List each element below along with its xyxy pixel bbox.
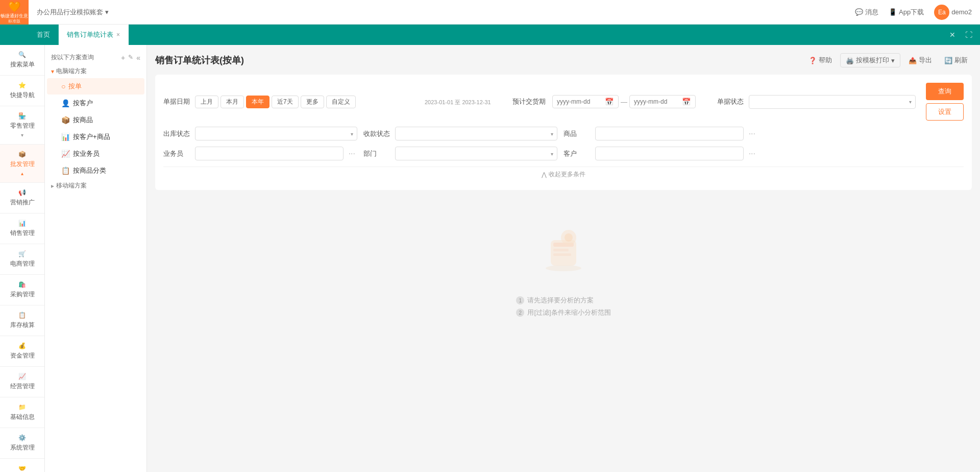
logo-text: 畅捷通好生意 bbox=[1, 13, 28, 19]
sidebar-item-system[interactable]: ⚙️ 系统管理 bbox=[0, 428, 44, 459]
tab-home[interactable]: 首页 bbox=[29, 25, 59, 45]
user-menu[interactable]: Ea demo2 bbox=[934, 5, 972, 20]
query-btn[interactable]: 查询 bbox=[926, 83, 964, 100]
panel-collapse-btn[interactable]: « bbox=[136, 54, 140, 62]
arrow-right-icon: ▸ bbox=[51, 182, 54, 190]
sales-icon: 📊 bbox=[18, 220, 26, 227]
app-download-btn[interactable]: 📱 App下载 bbox=[889, 8, 924, 17]
delivery-start-input[interactable] bbox=[557, 98, 603, 105]
customer-group: 客户 ··· bbox=[564, 147, 757, 160]
panel-item-by-order-label: 按单 bbox=[68, 82, 82, 91]
svg-point-6 bbox=[565, 233, 573, 242]
salesperson-more-btn[interactable]: ··· bbox=[347, 149, 357, 158]
custom-btn[interactable]: 自定义 bbox=[326, 96, 356, 108]
settings-btn[interactable]: 设置 bbox=[926, 103, 964, 121]
department-label: 部门 bbox=[363, 149, 392, 158]
doc-status-select[interactable]: 待审核 已审核 已关闭 bbox=[749, 95, 916, 109]
panel-item-by-product[interactable]: 📦 按商品 bbox=[47, 112, 144, 128]
goods-input[interactable] bbox=[595, 127, 744, 140]
tab-close-icon[interactable]: × bbox=[116, 31, 120, 38]
empty-tip-1: 1 请先选择要分析的方案 bbox=[516, 296, 610, 305]
arrow-down-icon: ▾ bbox=[51, 68, 54, 75]
sidebar-item-search[interactable]: 🔍 搜索菜单 bbox=[0, 45, 44, 76]
page-title: 销售订单统计表(按单) bbox=[155, 54, 244, 66]
panel-section-pc[interactable]: ▾ 电脑端方案 bbox=[45, 65, 146, 78]
close-window-btn[interactable]: ✕ bbox=[945, 28, 960, 42]
customer-more-btn[interactable]: ··· bbox=[747, 149, 757, 158]
goods-more-btn[interactable]: ··· bbox=[747, 129, 757, 138]
sidebar-operations-label: 经营管理 bbox=[10, 382, 35, 391]
sidebar-retail-label: 零售管理 bbox=[10, 122, 35, 130]
customer-icon: 👤 bbox=[61, 99, 70, 107]
doc-status-label: 单据状态 bbox=[717, 97, 746, 106]
receipt-status-label: 收款状态 bbox=[363, 129, 392, 138]
sidebar-item-basic[interactable]: 📁 基础信息 bbox=[0, 397, 44, 428]
export-btn[interactable]: 📤 导出 bbox=[904, 54, 936, 67]
sidebar-item-ecommerce[interactable]: 🛒 电商管理 bbox=[0, 244, 44, 275]
category-icon: 📋 bbox=[61, 167, 70, 175]
sidebar-item-sales[interactable]: 📊 销售管理 bbox=[0, 214, 44, 244]
tab-sales-stats[interactable]: 销售订单统计表 × bbox=[59, 25, 129, 45]
salesperson-input[interactable] bbox=[195, 147, 344, 160]
topbar-right: 💬 消息 📱 App下载 Ea demo2 bbox=[855, 5, 972, 20]
message-btn[interactable]: 💬 消息 bbox=[855, 8, 878, 17]
this-year-btn[interactable]: 本年 bbox=[246, 96, 270, 108]
sidebar-item-retail[interactable]: 🏪 零售管理 ▾ bbox=[0, 106, 44, 145]
print-label: 按模板打印 bbox=[856, 56, 889, 65]
sidebar-item-enterprise[interactable]: 🤝 企业协同 bbox=[0, 459, 44, 472]
help-btn[interactable]: ❓ 帮助 bbox=[804, 54, 836, 67]
department-select[interactable] bbox=[395, 147, 557, 160]
left-panel: 按以下方案查询 + ✎ « ▾ 电脑端方案 ○ 按单 👤 按客户 bbox=[45, 45, 147, 472]
department-group: 部门 ▾ bbox=[363, 147, 557, 160]
panel-edit-btn[interactable]: ✎ bbox=[128, 54, 133, 62]
sidebar-item-inventory[interactable]: 📋 库存核算 bbox=[0, 305, 44, 336]
panel-item-by-salesperson[interactable]: 📈 按业务员 bbox=[47, 146, 144, 162]
finance-icon: 💰 bbox=[18, 342, 26, 349]
page-title-row: 销售订单统计表(按单) ❓ 帮助 🖨️ 按模板打印 ▾ 📤 导出 bbox=[155, 53, 972, 67]
out-status-select[interactable]: 未出库 部分出库 已出库 bbox=[195, 127, 357, 140]
maximize-window-btn[interactable]: ⛶ bbox=[962, 28, 976, 42]
export-icon: 📤 bbox=[909, 57, 917, 64]
collapse-btn[interactable]: ⋀ 收起更多条件 bbox=[542, 170, 585, 179]
customer-input[interactable] bbox=[595, 147, 744, 160]
panel-item-by-product-label: 按商品 bbox=[73, 115, 93, 125]
this-month-btn[interactable]: 本月 bbox=[220, 96, 244, 108]
sidebar-item-quick-nav[interactable]: ⭐ 快捷导航 bbox=[0, 76, 44, 106]
more-btn[interactable]: 更多 bbox=[301, 96, 324, 108]
panel-section-mobile[interactable]: ▸ 移动端方案 bbox=[45, 179, 146, 192]
filter-box: 单据日期 上月 本月 本年 近7天 更多 自定义 2023-01-01 至 20… bbox=[155, 75, 972, 190]
delivery-start-input-wrap[interactable]: 📅 bbox=[552, 95, 619, 108]
out-status-label: 出库状态 bbox=[163, 129, 192, 138]
panel-item-by-cust-prod[interactable]: 📊 按客户+商品 bbox=[47, 129, 144, 145]
receipt-status-select[interactable]: 未收款 部分收款 已收款 bbox=[395, 127, 557, 140]
sidebar-item-operations[interactable]: 📈 经营管理 bbox=[0, 367, 44, 397]
chevron-down-icon: ▾ bbox=[105, 8, 109, 16]
sidebar-basic-label: 基础信息 bbox=[10, 413, 35, 421]
panel-item-by-order[interactable]: ○ 按单 bbox=[47, 78, 144, 95]
sidebar-item-wholesale[interactable]: 📦 批发管理 ▴ bbox=[0, 145, 44, 183]
print-btn[interactable]: 🖨️ 按模板打印 ▾ bbox=[840, 53, 900, 67]
panel-section-mobile-label: 移动端方案 bbox=[56, 181, 87, 190]
delivery-date-inputs: 📅 — 📅 bbox=[552, 95, 711, 108]
breadcrumb-dropdown[interactable]: 办公用品行业模拟账套 ▾ bbox=[37, 8, 109, 17]
delivery-end-input[interactable] bbox=[634, 98, 680, 105]
refresh-label: 刷新 bbox=[954, 56, 968, 65]
print-icon: 🖨️ bbox=[846, 57, 854, 64]
panel-add-btn[interactable]: + bbox=[121, 54, 125, 62]
last-month-btn[interactable]: 上月 bbox=[195, 96, 218, 108]
panel-item-by-customer[interactable]: 👤 按客户 bbox=[47, 95, 144, 111]
last7days-btn[interactable]: 近7天 bbox=[272, 96, 299, 108]
sidebar-sales-label: 销售管理 bbox=[10, 229, 35, 238]
sidebar-item-marketing[interactable]: 📢 营销推广 bbox=[0, 183, 44, 214]
chevron-icon: ▾ bbox=[21, 132, 23, 138]
search-icon: 🔍 bbox=[18, 51, 26, 58]
panel-item-by-category[interactable]: 📋 按商品分类 bbox=[47, 162, 144, 179]
panel-header-btns: + ✎ « bbox=[121, 54, 140, 62]
empty-state: 1 请先选择要分析的方案 2 用[过滤]条件来缩小分析范围 bbox=[155, 194, 972, 351]
receipt-status-group: 收款状态 未收款 部分收款 已收款 ▾ bbox=[363, 127, 557, 140]
delivery-end-input-wrap[interactable]: 📅 bbox=[629, 95, 696, 108]
sidebar-item-finance[interactable]: 💰 资金管理 bbox=[0, 336, 44, 367]
sidebar-item-purchase[interactable]: 🛍️ 采购管理 bbox=[0, 275, 44, 305]
refresh-btn[interactable]: 🔄 刷新 bbox=[940, 54, 972, 67]
main-layout: 🔍 搜索菜单 ⭐ 快捷导航 🏪 零售管理 ▾ 📦 批发管理 ▴ 📢 营销推广 📊… bbox=[0, 45, 980, 472]
